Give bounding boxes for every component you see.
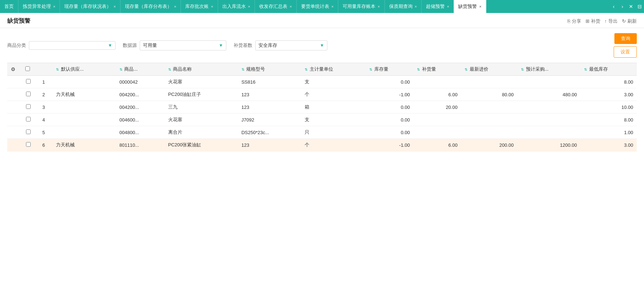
col-product-code[interactable]: ⇅ 商品... (116, 63, 165, 76)
tab-inout-flow[interactable]: 出入库流水 × (218, 0, 255, 13)
export-button[interactable]: ↑ 导出 (605, 18, 618, 25)
col-est-purchase[interactable]: ⇅ 预计采购... (517, 63, 580, 76)
tab-available-ledger[interactable]: 可用量库存账本 × (338, 0, 384, 13)
row-spec: J7092 (238, 114, 301, 126)
replenish-button[interactable]: ⊞ 补货 (586, 18, 600, 25)
row-checkbox-cell[interactable] (22, 76, 35, 88)
tab-shortage-warning[interactable]: 缺货预警 × (454, 0, 486, 13)
close-tab-exception-icon[interactable]: × (53, 4, 55, 9)
row-checkbox[interactable] (26, 92, 31, 96)
close-tab-inout-flow-icon[interactable]: × (248, 4, 250, 9)
row-supplier (52, 101, 116, 114)
col-latest-price[interactable]: ⇅ 最新进价 (461, 63, 517, 76)
datasource-select[interactable]: 可用量 ▼ (140, 40, 226, 50)
datasource-label: 数据源 (123, 42, 137, 49)
sort-stock-icon: ⇅ (369, 67, 372, 71)
row-checkbox-cell[interactable] (22, 88, 35, 101)
close-tab-order-stat-icon[interactable]: × (331, 4, 334, 9)
close-all-tabs-button[interactable]: ⊟ (635, 4, 644, 9)
col-default-supplier[interactable]: ⇅ 默认供应... (52, 63, 116, 76)
data-table: ⚙ ⇅ 默认供应... ⇅ 商品... ⇅ (7, 63, 637, 151)
row-num: 4 (35, 114, 52, 126)
row-product-name: 火花塞 (165, 76, 238, 88)
replenish-base-arrow-icon: ▼ (320, 43, 324, 48)
row-unit: 个 (301, 139, 366, 151)
close-current-tab-button[interactable]: ✕ (627, 4, 635, 9)
close-tab-batch-account-icon[interactable]: × (211, 4, 213, 9)
sort-spec-icon: ⇅ (242, 67, 244, 71)
tab-inventory-dist[interactable]: 现存量（库存分布表） × (121, 0, 181, 13)
tab-exception[interactable]: 拣货异常处理 × (18, 0, 60, 13)
row-replenish: 6.00 (413, 88, 461, 101)
row-product-code: 801110... (116, 139, 165, 151)
sort-supplier-icon: ⇅ (56, 67, 59, 71)
sort-min-stock-icon: ⇅ (584, 67, 587, 71)
row-product-code: 0000042 (116, 76, 165, 88)
refresh-button[interactable]: ↻ 刷新 (622, 18, 637, 25)
tab-prev-button[interactable]: ‹ (609, 4, 618, 9)
row-replenish (413, 76, 461, 88)
category-select[interactable]: ▼ (29, 41, 116, 50)
col-min-stock[interactable]: ⇅ 最低库存 (580, 63, 637, 76)
col-spec[interactable]: ⇅ 规格型号 (238, 63, 301, 76)
col-replenish[interactable]: ⇅ 补货量 (413, 63, 461, 76)
close-tab-inventory-dist-icon[interactable]: × (174, 4, 176, 9)
query-button[interactable]: 查询 (614, 33, 637, 44)
col-gear: ⚙ (7, 63, 22, 76)
replenish-base-select[interactable]: 安全库存 ▼ (255, 40, 327, 50)
close-tab-inventory-status-icon[interactable]: × (113, 4, 116, 9)
row-replenish: 6.00 (413, 139, 461, 151)
col-checkbox-header (22, 63, 35, 76)
tab-inventory-status[interactable]: 现存量（库存状况表） × (60, 0, 120, 13)
tab-order-stat[interactable]: 要货单统计表 × (297, 0, 338, 13)
category-filter-group: 商品分类 ▼ (7, 41, 116, 50)
col-stock[interactable]: ⇅ 库存量 (366, 63, 413, 76)
tab-next-button[interactable]: › (618, 4, 627, 9)
table-body: 1 0000042 火花塞 SS816 支 0.00 8.00 2 力天机械 0… (7, 76, 637, 151)
tab-batch-account[interactable]: 库存批次账 × (181, 0, 218, 13)
row-latest-price (461, 101, 517, 114)
row-checkbox-cell[interactable] (22, 126, 35, 139)
row-checkbox[interactable] (26, 79, 31, 84)
sort-unit-icon: ⇅ (305, 67, 308, 71)
col-unit[interactable]: ⇅ 主计量单位 (301, 63, 366, 76)
row-product-code: 004600... (116, 114, 165, 126)
close-tab-available-ledger-icon[interactable]: × (378, 4, 380, 9)
tab-receive-summary[interactable]: 收发存汇总表 × (255, 0, 296, 13)
row-checkbox-cell[interactable] (22, 114, 35, 126)
select-all-checkbox[interactable] (25, 66, 30, 71)
tab-overstock-warning[interactable]: 超储预警 × (422, 0, 454, 13)
row-checkbox-cell[interactable] (22, 101, 35, 114)
row-min-stock: 8.00 (580, 76, 637, 88)
row-est-purchase: 480.00 (517, 88, 580, 101)
settings-button[interactable]: 设置 (614, 46, 637, 58)
tab-expiry-query[interactable]: 保质期查询 × (385, 0, 422, 13)
close-tab-shortage-warning-icon[interactable]: × (479, 4, 481, 9)
row-replenish (413, 126, 461, 139)
row-stock: 0.00 (366, 101, 413, 114)
gear-icon[interactable]: ⚙ (11, 66, 16, 72)
row-unit: 支 (301, 76, 366, 88)
page-title: 缺货预警 (7, 17, 30, 25)
row-spec: 123 (238, 139, 301, 151)
replenish-base-label: 补货基数 (234, 42, 252, 49)
filter-right-actions: 查询 设置 (614, 33, 637, 58)
close-tab-expiry-query-icon[interactable]: × (415, 4, 417, 9)
col-product-name[interactable]: ⇅ 商品名称 (165, 63, 238, 76)
row-checkbox-cell[interactable] (22, 139, 35, 151)
tab-home[interactable]: 首页 (0, 0, 18, 13)
row-checkbox[interactable] (26, 129, 31, 134)
share-button[interactable]: ⎘ 分享 (567, 18, 581, 25)
row-checkbox[interactable] (26, 104, 31, 109)
row-num: 1 (35, 76, 52, 88)
row-checkbox[interactable] (26, 117, 31, 122)
sort-name-icon: ⇅ (168, 67, 171, 71)
row-checkbox[interactable] (26, 142, 31, 147)
header-actions: ⎘ 分享 ⊞ 补货 ↑ 导出 ↻ 刷新 (567, 18, 637, 25)
category-label: 商品分类 (7, 42, 26, 49)
close-tab-receive-summary-icon[interactable]: × (290, 4, 292, 9)
close-tab-overstock-warning-icon[interactable]: × (447, 4, 449, 9)
row-supplier: 力天机械 (52, 139, 116, 151)
category-arrow-icon: ▼ (108, 43, 112, 48)
row-gear-cell (7, 139, 22, 151)
